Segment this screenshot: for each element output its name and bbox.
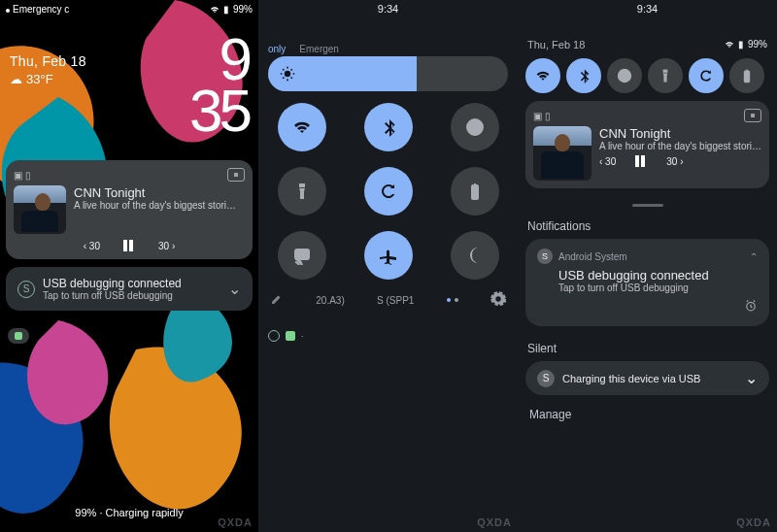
airplane-icon bbox=[379, 246, 398, 265]
media-pause-button[interactable] bbox=[635, 155, 647, 167]
qs-tile-cast[interactable] bbox=[278, 231, 326, 280]
alarm-icon[interactable] bbox=[537, 299, 758, 316]
carrier-label: Emergency c bbox=[6, 4, 69, 15]
lockscreen-clock: 9 35 bbox=[189, 34, 249, 136]
qs-tile-battery-saver[interactable] bbox=[729, 58, 764, 93]
tab-only[interactable]: only bbox=[268, 44, 286, 54]
dnd-icon bbox=[465, 117, 485, 137]
wifi-icon bbox=[725, 40, 734, 50]
watermark: QXDA bbox=[477, 516, 512, 528]
output-switch-icon[interactable] bbox=[227, 168, 245, 182]
edit-tiles-button[interactable] bbox=[270, 292, 284, 308]
battery-saver-icon bbox=[465, 182, 485, 201]
notification-overflow-pill[interactable] bbox=[8, 328, 29, 344]
android-system-notification[interactable]: S Android System ⌃ USB debugging connect… bbox=[525, 239, 769, 326]
media-subtitle: A live hour of the day's biggest stori… bbox=[74, 200, 245, 211]
tab-emergency[interactable]: Emergen bbox=[299, 44, 339, 54]
qs-tile-bluetooth[interactable] bbox=[566, 58, 601, 93]
brightness-icon bbox=[280, 66, 295, 82]
usb-debugging-notification[interactable]: S USB debugging connected Tap to turn of… bbox=[6, 267, 253, 311]
charging-notification[interactable]: S Charging this device via USB ⌄ bbox=[525, 361, 769, 395]
status-time: 9:34 bbox=[258, 3, 518, 15]
qs-tile-wifi[interactable] bbox=[525, 58, 560, 93]
lockscreen-panel: Emergency c ▮ 99% Thu, Feb 18 ☁33°F 9 35… bbox=[0, 0, 258, 532]
clock-minute: 35 bbox=[189, 85, 249, 137]
media-rewind-button[interactable]: ‹ 30 bbox=[599, 156, 616, 167]
dot-icon: · bbox=[301, 331, 304, 341]
status-bar: Emergency c ▮ 99% bbox=[6, 4, 253, 15]
qs-tile-row bbox=[525, 58, 769, 93]
media-forward-button[interactable]: 30 › bbox=[158, 241, 175, 251]
notification-shade-panel: 9:34 Thu, Feb 18 ▮ 99% ▣ ▯ CNN Tonight A… bbox=[518, 0, 777, 532]
qs-tile-dnd[interactable] bbox=[451, 103, 499, 151]
media-subtitle: A live hour of the day's biggest stori… bbox=[599, 141, 761, 151]
page-indicator[interactable] bbox=[447, 298, 458, 302]
collapsed-notifs-row[interactable]: · bbox=[268, 330, 304, 342]
chevron-down-icon[interactable]: ⌄ bbox=[745, 369, 758, 387]
battery-percent: 99% bbox=[233, 4, 253, 15]
qs-tile-auto-rotate[interactable] bbox=[689, 58, 724, 93]
build-label-left: 20.A3) bbox=[316, 295, 344, 306]
output-switch-icon[interactable] bbox=[744, 109, 761, 122]
battery-saver-icon bbox=[739, 68, 755, 83]
qs-tile-bluetooth[interactable] bbox=[364, 103, 413, 151]
chevron-up-icon[interactable]: ⌃ bbox=[750, 251, 758, 262]
notif-title: USB debugging connected bbox=[43, 277, 220, 290]
qs-tile-grid bbox=[270, 103, 506, 280]
quick-settings-expanded-panel: 9:34 only Emergen 20.A3) S (SPP1 · QXDA bbox=[258, 0, 518, 532]
chevron-down-icon[interactable]: ⌄ bbox=[228, 280, 241, 298]
status-time: 9:34 bbox=[518, 3, 777, 15]
media-pause-button[interactable] bbox=[123, 240, 135, 251]
shade-date: Thu, Feb 18 bbox=[527, 39, 585, 50]
notif-subtitle: Tap to turn off USB debugging bbox=[558, 283, 758, 293]
battery-percent: 99% bbox=[748, 39, 767, 50]
bluetooth-icon bbox=[576, 68, 591, 83]
notif-title: Charging this device via USB bbox=[562, 373, 737, 384]
notif-title: USB debugging connected bbox=[558, 268, 758, 283]
brightness-slider[interactable] bbox=[268, 56, 508, 91]
temperature: 33°F bbox=[26, 72, 53, 86]
notif-subtitle: Tap to turn off USB debugging bbox=[43, 290, 220, 301]
gear-icon bbox=[490, 291, 506, 307]
media-title: CNN Tonight bbox=[74, 185, 245, 200]
dnd-icon bbox=[617, 68, 632, 83]
date-weather-block[interactable]: Thu, Feb 18 ☁33°F bbox=[10, 53, 86, 86]
svg-rect-10 bbox=[751, 114, 755, 117]
system-icon bbox=[268, 330, 280, 342]
system-icon: S bbox=[537, 370, 555, 387]
media-app-icon: ▣ ▯ bbox=[14, 170, 31, 181]
build-label-right: S (SPP1 bbox=[377, 295, 414, 306]
settings-button[interactable] bbox=[490, 291, 506, 309]
media-notification[interactable]: ▣ ▯ CNN Tonight A live hour of the day's… bbox=[525, 101, 769, 188]
battery-icon: ▮ bbox=[223, 4, 229, 15]
weather-icon: ☁ bbox=[10, 72, 22, 86]
shade-drag-handle[interactable] bbox=[632, 204, 663, 207]
cast-icon bbox=[292, 246, 312, 265]
rotation-icon bbox=[379, 182, 398, 201]
qs-tile-dnd[interactable] bbox=[607, 58, 642, 93]
qs-tile-wifi[interactable] bbox=[278, 103, 326, 151]
app-icon bbox=[286, 331, 295, 341]
notif-app-name: Android System bbox=[558, 251, 627, 262]
watermark: QXDA bbox=[736, 516, 771, 528]
rotation-icon bbox=[698, 68, 714, 83]
silent-section-label: Silent bbox=[527, 342, 769, 355]
media-notification[interactable]: ▣ ▯ CNN Tonight A live hour of the day's… bbox=[6, 160, 253, 259]
flashlight-icon bbox=[292, 182, 312, 201]
qs-tile-flashlight[interactable] bbox=[648, 58, 683, 93]
manage-button[interactable]: Manage bbox=[529, 408, 571, 421]
qs-tile-airplane[interactable] bbox=[364, 231, 413, 280]
qs-tile-flashlight[interactable] bbox=[278, 167, 326, 216]
bluetooth-icon bbox=[379, 117, 398, 137]
media-title: CNN Tonight bbox=[599, 126, 761, 141]
wifi-icon bbox=[535, 68, 551, 83]
media-thumbnail bbox=[14, 185, 66, 234]
media-rewind-button[interactable]: ‹ 30 bbox=[84, 241, 100, 251]
qs-tile-night-light[interactable] bbox=[451, 231, 499, 280]
qs-tile-battery-saver[interactable] bbox=[451, 167, 499, 216]
night-light-icon bbox=[465, 246, 485, 265]
media-forward-button[interactable]: 30 › bbox=[666, 156, 683, 167]
wifi-icon bbox=[210, 5, 220, 15]
qs-tile-auto-rotate[interactable] bbox=[364, 167, 413, 216]
notifications-section-label: Notifications bbox=[527, 219, 769, 233]
